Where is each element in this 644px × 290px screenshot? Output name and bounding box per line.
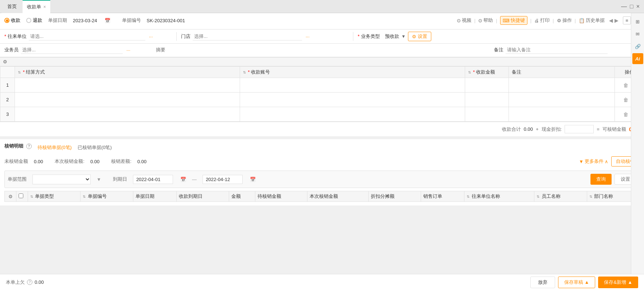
row-settlement-2[interactable] [15,93,240,107]
sidebar-table-btn[interactable]: ⊞ [632,16,643,27]
tab-receipt[interactable]: 收款单 × [23,0,50,13]
th-discount: 折扣分摊额 [368,191,421,202]
verification-table: ⚙ ⇅ 单据类型 ⇅ 单据编号 单据日期 [4,191,640,202]
note-input[interactable] [506,46,608,54]
abandon-button[interactable]: 放弃 [530,277,555,288]
business-type-dropdown[interactable]: ▼ [401,34,406,39]
equals-sign: = [597,126,600,132]
row-delete-3[interactable]: 🗑 [623,111,629,118]
verification-section: 核销明细 ? 待核销单据(0笔) 已核销单据(0笔) 未核销金额 0.00 本次… [0,139,644,205]
unchecked-label: 未核销金额 [4,158,28,165]
verif-info-icon[interactable]: ? [26,144,32,149]
th-num [0,67,15,78]
header-meta: 单据日期 2023-03-24 📅 单据编号 SK-20230324-001 [48,17,185,24]
tab-home[interactable]: 首页 [1,0,23,13]
settings-bottom-icon[interactable]: ⚙ [8,194,13,199]
tool-history[interactable]: 📋 历史单据 [579,17,605,24]
calendar-icon[interactable]: 📅 [105,18,110,23]
query-button[interactable]: 查询 [590,174,612,185]
calendar-to-icon[interactable]: 📅 [250,177,256,182]
store-label: 门店 [181,33,191,40]
footer-actions: 放弃 保存草稿 ▲ 保存&新增 ▲ [530,277,638,288]
row-account-2[interactable] [240,93,465,107]
bottom-table-section: ⚙ ⇅ 单据类型 ⇅ 单据编号 单据日期 [4,191,640,202]
footer-info-icon[interactable]: ? [27,279,32,285]
radio-refund[interactable]: 退款 [26,17,42,24]
tool-video[interactable]: ⊙ 视频 [457,17,471,24]
row-amount-1[interactable] [465,78,508,93]
counterpart-more-icon[interactable]: ··· [148,34,154,39]
sort-settlement-icon: ⇅ [18,70,21,74]
range-select[interactable] [32,175,91,184]
row-num-1: 1 [0,78,15,93]
sidebar-link-btn[interactable]: 🔗 [632,41,643,52]
form-header-row1: 收款 退款 单据日期 2023-03-24 📅 单据编号 SK-20230324… [4,16,640,25]
diff-label: 核销差额: [111,158,131,165]
row-note-3[interactable] [508,107,614,122]
radio-receipt[interactable]: 收款 [4,17,20,24]
row-note-2[interactable] [508,93,614,107]
tool-print[interactable]: 🖨 打印 [534,17,550,24]
counterpart-label: 往来单位 [4,33,27,40]
shortcut-icon: ⌨ [503,18,510,23]
row-amount-3[interactable] [465,107,508,122]
tool-shortcut[interactable]: ⌨ 快捷键 [500,16,527,25]
sidebar-mail-btn[interactable]: ✉ [632,28,643,39]
row-account-1[interactable] [240,78,465,93]
table-row: 1 🗑 ⊕ [0,78,644,93]
receipt-refund-radio: 收款 退款 [4,17,42,24]
date-from-input[interactable] [133,175,173,184]
radio-refund-label: 退款 [33,17,42,24]
row-amount-2[interactable] [465,93,508,107]
th-sales-order: 销售订单 [421,191,464,202]
salesperson-more-icon[interactable]: ··· [125,47,132,53]
tab-done[interactable]: 已核销单据(0笔) [78,144,112,151]
row-settlement-1[interactable] [15,78,240,93]
current-value: 0.00 [90,159,99,164]
salesperson-input[interactable] [21,46,123,54]
date-separator: — [192,177,197,182]
radio-receipt-dot [4,18,9,23]
sidebar-ai-btn[interactable]: Ai [632,53,643,64]
minimize-button[interactable]: — [621,3,627,10]
discount-input[interactable] [565,125,594,133]
calendar-from-icon[interactable]: 📅 [180,177,186,182]
total-value: 0.00 [524,126,533,132]
tool-help[interactable]: ⊙ 帮助 [478,17,493,24]
salesperson-field: 业务员 ··· [4,46,150,54]
business-type-field: 业务类型 预收款 ▼ ⚙ 设置 [358,32,511,41]
th-due-date: 收款到期日 [177,191,229,202]
save-chevron-icon: ▲ [628,279,632,285]
row-delete-1[interactable]: 🗑 [623,82,629,89]
tab-pending[interactable]: 待核销单据(0笔) [38,144,72,151]
save-draft-button[interactable]: 保存草稿 ▲ [558,277,596,288]
nav-right-icon[interactable]: ▶ [614,17,619,23]
close-button[interactable]: × [636,3,640,10]
row-settlement-3[interactable] [15,107,240,122]
nav-left-icon[interactable]: ◀ [609,17,613,23]
save-new-button[interactable]: 保存&新增 ▲ [598,277,638,288]
counterpart-input[interactable] [29,32,145,40]
row-note-1[interactable] [508,78,614,93]
verif-filter-row: 单据范围 ▼ 到期日 📅 — 📅 查询 设置 [4,171,640,188]
maximize-button[interactable]: □ [630,3,633,10]
check-all[interactable] [19,193,23,198]
more-conditions-btn[interactable]: ▼ 更多条件 ∧ [579,158,608,165]
tab-bar: 首页 收款单 × — □ × [0,0,644,13]
form-fields-row2: 业务员 ··· 摘要 备注 [0,44,644,57]
date-to-input[interactable] [203,175,243,184]
th-amount: ⇅ 收款金额 [465,67,508,78]
tool-operation[interactable]: ⚙ 操作 [557,17,572,24]
store-input[interactable] [193,32,302,40]
print-icon: 🖨 [534,18,539,23]
table-settings-icon[interactable]: ⚙ [3,59,7,64]
th-doc-number: ⇅ 单据编号 [80,191,133,202]
business-type-label: 业务类型 [358,33,380,40]
setting-button[interactable]: ⚙ 设置 [408,32,431,41]
row-delete-2[interactable]: 🗑 [623,96,629,103]
view-list-icon[interactable]: ≡ [623,16,631,24]
tab-close-icon[interactable]: × [43,4,46,9]
row-account-3[interactable] [240,107,465,122]
window-controls: — □ × [621,3,643,10]
store-more-icon[interactable]: ··· [304,34,311,39]
